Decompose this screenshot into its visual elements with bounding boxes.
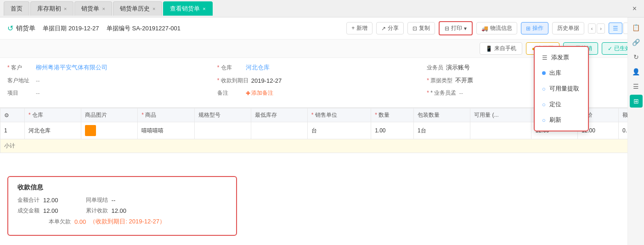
dropdown-add-invoice[interactable]: ☰ 添发票 bbox=[535, 50, 588, 65]
payment-transaction: 成交金额 12.00 bbox=[17, 207, 58, 215]
row-quantity: 1.00 bbox=[371, 122, 414, 139]
col-settings[interactable]: ⚙ bbox=[0, 108, 25, 122]
add-note-label: 添加备注 bbox=[251, 89, 273, 97]
project-field: 项目 -- bbox=[7, 89, 217, 97]
sidebar-doc-icon[interactable]: 📋 bbox=[630, 21, 643, 34]
tab-sales-order[interactable]: 销货单 × bbox=[74, 1, 112, 16]
print-dropdown-arrow: ▾ bbox=[464, 25, 467, 32]
warehouse-field: 仓库 河北仓库 bbox=[217, 63, 427, 72]
next-arrow[interactable]: › bbox=[597, 23, 605, 34]
new-button[interactable]: + 新增 bbox=[346, 22, 372, 34]
operation-button-label: 操作 bbox=[532, 24, 543, 32]
doc-title-icon: ↺ bbox=[7, 24, 13, 33]
add-note-button[interactable]: ✚ 添加备注 bbox=[246, 89, 273, 97]
payment-cumulative-label: 累计收款 bbox=[86, 207, 108, 215]
available-qty-dot: ○ bbox=[542, 85, 546, 92]
col-quantity: 数量 bbox=[371, 108, 414, 122]
payment-date-field: 收款到期日 2019-12-27 bbox=[217, 77, 427, 85]
refresh-dot: ○ bbox=[542, 117, 546, 124]
warehouse-label: 仓库 bbox=[217, 64, 243, 72]
customer-label: 客户 bbox=[7, 64, 33, 72]
tab-sales-order-close[interactable]: × bbox=[102, 6, 105, 11]
project-value: -- bbox=[36, 90, 40, 97]
refresh-label: 刷新 bbox=[549, 116, 561, 124]
customer-field: 客户 柳州粤港平安气体有限公司 bbox=[7, 63, 217, 72]
payment-cumulative-value: 12.00 bbox=[112, 207, 127, 214]
payment-date-value: 2019-12-27 bbox=[251, 77, 282, 84]
tab-sales-history-close[interactable]: × bbox=[153, 6, 155, 11]
dropdown-locate[interactable]: ○ 定位 bbox=[535, 97, 588, 112]
prev-arrow[interactable]: ‹ bbox=[588, 23, 596, 34]
tab-inventory-init[interactable]: 库存期初 × bbox=[30, 1, 73, 16]
phone-icon: 📱 bbox=[486, 46, 492, 52]
col-warehouse: 仓库 bbox=[25, 108, 81, 122]
payment-box: 收款信息 金额合计 12.00 同单现结 -- 成交金额 12.00 bbox=[7, 176, 237, 236]
payment-transaction-label: 成交金额 bbox=[17, 207, 40, 215]
doc-date-label: 单据日期 bbox=[43, 24, 67, 33]
address-label: 客户地址 bbox=[7, 77, 33, 85]
row-sales-unit: 台 bbox=[307, 122, 371, 139]
ticket-type-label: 票据类型 bbox=[427, 77, 452, 85]
tab-view-sales[interactable]: 查看销货单 × bbox=[163, 1, 212, 16]
sidebar-menu-icon[interactable]: ☰ bbox=[630, 80, 643, 93]
customer-value[interactable]: 柳州粤港平安气体有限公司 bbox=[36, 63, 107, 72]
dropdown-refresh[interactable]: ○ 刷新 bbox=[535, 112, 588, 128]
history-button[interactable]: 历史单据 bbox=[552, 22, 584, 34]
payment-due-value: 0.00 bbox=[74, 218, 86, 225]
tab-view-sales-close[interactable]: × bbox=[203, 6, 205, 11]
logistics-button[interactable]: 🚚 物流信息 bbox=[476, 22, 517, 34]
sidebar-user-icon[interactable]: 👤 bbox=[630, 65, 643, 78]
note-label: 备注 bbox=[217, 89, 243, 97]
tab-sales-history[interactable]: 销货单历史 × bbox=[113, 1, 162, 16]
row-warehouse: 河北仓库 bbox=[25, 122, 81, 139]
tab-inventory-init-close[interactable]: × bbox=[64, 6, 67, 11]
dropdown-outbound[interactable]: 出库 bbox=[535, 65, 588, 81]
add-invoice-icon: ☰ bbox=[542, 54, 548, 61]
add-invoice-label: 添发票 bbox=[551, 53, 569, 62]
row-product: 嘻嘻嘻嘻 bbox=[138, 122, 194, 139]
payment-section: 收款信息 金额合计 12.00 同单现结 -- 成交金额 12.00 bbox=[0, 171, 644, 245]
sidebar-expand-icon[interactable]: ⊞ bbox=[630, 95, 643, 108]
close-window-button[interactable]: × bbox=[629, 5, 640, 13]
payment-cumulative: 累计收款 12.00 bbox=[86, 207, 127, 215]
available-qty-label: 可用量提取 bbox=[549, 85, 579, 93]
col-min-stock: 最低库存 bbox=[251, 108, 307, 122]
staff-value: 演示账号 bbox=[446, 63, 470, 72]
from-phone-button[interactable]: 📱 来自手机 bbox=[480, 42, 522, 55]
nav-arrows: ‹ › bbox=[588, 23, 605, 34]
payment-single-settle: 同单现结 -- bbox=[86, 196, 116, 204]
print-button[interactable]: ⊟ 打印 ▾ bbox=[440, 23, 471, 34]
operation-button[interactable]: ⊞ 操作 bbox=[521, 22, 548, 34]
ticket-type-field: 票据类型 不开票 bbox=[427, 76, 637, 85]
tab-sales-order-label: 销货单 bbox=[81, 5, 99, 13]
locate-label: 定位 bbox=[549, 100, 561, 108]
col-pack-qty: 包装数量 bbox=[414, 108, 470, 122]
tab-home-label: 首页 bbox=[11, 5, 23, 13]
dropdown-available-qty[interactable]: ○ 可用量提取 bbox=[535, 81, 588, 97]
sales-person-field: * 业务员孟 -- bbox=[427, 89, 637, 97]
col-image: 商品图片 bbox=[81, 108, 138, 122]
copy-button[interactable]: ⊡ 复制 bbox=[407, 22, 435, 34]
payment-due-amount: 本单欠款 0.00 （收款到期日: 2019-12-27） bbox=[49, 217, 165, 226]
project-label: 项目 bbox=[7, 89, 33, 97]
logistics-button-label: 物流信息 bbox=[490, 24, 512, 32]
sales-person-value: -- bbox=[459, 90, 463, 97]
print-button-label: 打印 bbox=[451, 24, 462, 32]
tab-home[interactable]: 首页 bbox=[4, 1, 29, 16]
tab-view-sales-label: 查看销货单 bbox=[170, 5, 200, 13]
address-value: -- bbox=[36, 77, 40, 84]
tab-sales-history-label: 销货单历史 bbox=[120, 5, 150, 13]
copy-icon: ⊡ bbox=[412, 25, 417, 32]
new-button-label: + 新增 bbox=[351, 24, 367, 32]
share-button-label: 分享 bbox=[388, 24, 399, 32]
share-button[interactable]: ↗ 分享 bbox=[376, 22, 404, 34]
sidebar-refresh-icon[interactable]: ↻ bbox=[630, 51, 643, 63]
row-image bbox=[81, 122, 138, 139]
payment-row-3: 本单欠款 0.00 （收款到期日: 2019-12-27） bbox=[17, 217, 227, 226]
warehouse-value[interactable]: 河北仓库 bbox=[246, 63, 270, 72]
payment-single-settle-value: -- bbox=[112, 197, 116, 204]
row-spec bbox=[194, 122, 251, 139]
staff-field: 业务员 演示账号 bbox=[427, 63, 637, 72]
sidebar-link-icon[interactable]: 🔗 bbox=[630, 36, 643, 49]
list-view-button[interactable]: ☰ bbox=[609, 23, 622, 34]
